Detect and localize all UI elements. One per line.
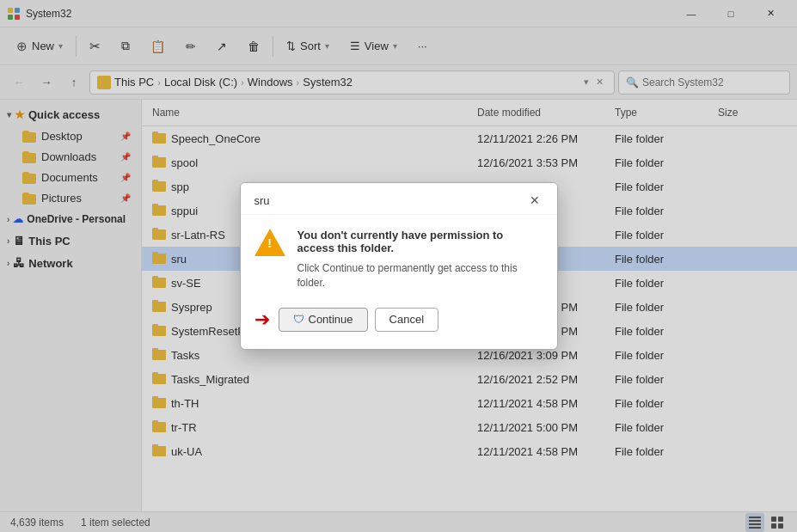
continue-button[interactable]: 🛡 Continue <box>279 308 368 332</box>
dialog-buttons: 🛡 Continue Cancel <box>279 308 439 332</box>
dialog-arrow-row: ➔ 🛡 Continue Cancel <box>254 301 543 335</box>
dialog-message: You don't currently have permission to a… <box>297 229 543 290</box>
cancel-button[interactable]: Cancel <box>375 308 438 332</box>
warning-icon: ! <box>254 229 285 260</box>
dialog-message-main: You don't currently have permission to a… <box>297 229 543 254</box>
shield-icon: 🛡 <box>293 313 304 326</box>
dialog-message-sub: Click Continue to permanently get access… <box>297 261 543 290</box>
dialog-body: ! You don't currently have permission to… <box>241 215 557 349</box>
dialog-title-bar: sru ✕ <box>241 183 557 215</box>
dialog-title: sru <box>254 194 270 207</box>
dialog-close-button[interactable]: ✕ <box>526 192 543 209</box>
dialog-content: ! You don't currently have permission to… <box>254 229 543 290</box>
cancel-label: Cancel <box>389 313 424 326</box>
warning-exclaim: ! <box>267 237 272 249</box>
permission-dialog: sru ✕ ! You don't currently have permiss… <box>240 182 558 350</box>
dialog-arrow-icon: ➔ <box>254 309 270 331</box>
continue-label: Continue <box>309 313 353 326</box>
dialog-overlay: sru ✕ ! You don't currently have permiss… <box>0 0 797 532</box>
